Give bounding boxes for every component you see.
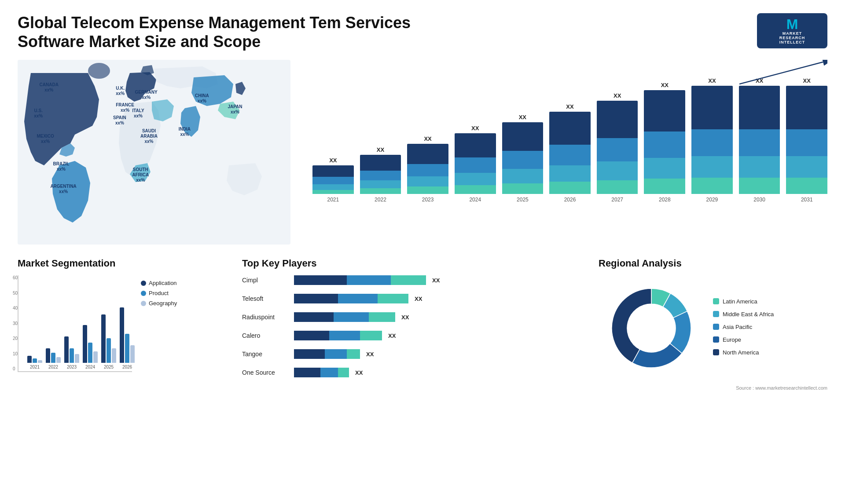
product-dot [141, 291, 146, 296]
seg-y-labels: 6050403020100 [12, 275, 18, 371]
player-row-calero: CaleroXX [242, 331, 585, 340]
seg-legend-application: Application [141, 280, 177, 286]
player-row-one-source: One SourceXX [242, 368, 585, 377]
regional-section: Regional Analysis Latin AmericaMiddle Ea… [599, 258, 827, 391]
map-label-argentina: ARGENTINA xx% [50, 184, 76, 194]
bar-stack-2029 [691, 86, 733, 194]
seg-group-2025: 2025 [101, 281, 116, 369]
logo-box: M MARKET RESEARCH INTELLECT [757, 13, 827, 48]
seg-legend: Application Product Geography [141, 280, 177, 307]
seg-legend-geography: Geography [141, 300, 177, 307]
map-label-uk: U.K. xx% [116, 86, 125, 96]
main-content: CANADA xx% U.S. xx% MEXICO xx% BRAZIL xx… [18, 60, 827, 391]
map-label-italy: ITALY xx% [132, 108, 144, 119]
segmentation-section: Market Segmentation 6050403020100 202120… [18, 258, 229, 391]
bar-year-2026: 2026 [564, 197, 576, 203]
map-label-china: CHINA xx% [195, 93, 209, 104]
bar-stack-2024 [455, 133, 496, 194]
seg-group-2026: 2026 [120, 281, 135, 369]
key-players-section: Top Key Players CimplXXTelesoftXXRadiusp… [242, 258, 585, 391]
bar-chart-container: XX2021XX2022XX2023XX2024XX2025XX2026XX20… [308, 64, 827, 214]
bar-year-2031: 2031 [801, 197, 813, 203]
bar-xx-2027: XX [614, 92, 621, 99]
bar-xx-2024: XX [471, 125, 479, 131]
map-label-brazil: BRAZIL xx% [53, 161, 70, 172]
player-row-telesoft: TelesoftXX [242, 294, 585, 303]
bar-stack-2025 [502, 122, 544, 194]
bar-stack-2031 [786, 86, 827, 194]
logo-line3: INTELLECT [779, 40, 805, 44]
bar-group-2025: XX2025 [502, 77, 544, 203]
application-dot [141, 281, 146, 286]
bar-stack-2022 [360, 155, 401, 194]
svg-point-1 [88, 63, 110, 79]
page-title: Global Telecom Expense Management Tem Se… [18, 13, 414, 51]
source-text: Source : www.marketresearchintellect.com [599, 385, 827, 391]
map-label-saudi: SAUDI ARABIA xx% [140, 128, 158, 144]
bar-year-2030: 2030 [753, 197, 765, 203]
regional-legend: Latin AmericaMiddle East & AfricaAsia Pa… [713, 298, 774, 358]
map-section: CANADA xx% U.S. xx% MEXICO xx% BRAZIL xx… [18, 60, 290, 245]
bar-xx-2021: XX [329, 157, 337, 164]
bar-group-2026: XX2026 [549, 77, 591, 203]
bar-group-2027: XX2027 [597, 77, 638, 203]
map-label-germany: GERMANY xx% [135, 90, 158, 100]
map-label-south-africa: SOUTH AFRICA xx% [132, 167, 149, 183]
bar-year-2021: 2021 [327, 197, 339, 203]
regional-title: Regional Analysis [599, 258, 827, 269]
world-map: CANADA xx% U.S. xx% MEXICO xx% BRAZIL xx… [18, 60, 290, 245]
svg-line-3 [739, 62, 823, 84]
map-svg [18, 60, 290, 245]
regional-legend-item-middle-east-&-africa: Middle East & Africa [713, 311, 774, 318]
bar-xx-2023: XX [424, 135, 431, 142]
player-row-cimpl: CimplXX [242, 275, 585, 285]
bar-chart-section: XX2021XX2022XX2023XX2024XX2025XX2026XX20… [299, 60, 827, 245]
bar-xx-2025: XX [519, 114, 526, 121]
bar-stack-2023 [407, 144, 448, 194]
player-name-1: Telesoft [242, 295, 290, 302]
segmentation-title: Market Segmentation [18, 258, 229, 269]
donut-wrap: Latin AmericaMiddle East & AfricaAsia Pa… [599, 275, 827, 381]
regional-legend-item-north-america: North America [713, 349, 774, 356]
seg-group-2022: 2022 [46, 281, 61, 369]
seg-bar-chart: 6050403020100 202120222023202420252026 [18, 275, 132, 372]
bar-year-2027: 2027 [611, 197, 623, 203]
bottom-sections: Market Segmentation 6050403020100 202120… [18, 258, 827, 391]
bar-xx-2029: XX [708, 77, 716, 84]
key-players-title: Top Key Players [242, 258, 585, 269]
bar-group-2023: XX2023 [407, 77, 448, 203]
map-label-spain: SPAIN xx% [113, 115, 126, 126]
bar-stack-2027 [597, 101, 638, 194]
bar-stack-2028 [644, 90, 685, 194]
application-label: Application [149, 280, 177, 286]
bar-group-2030: XX2030 [739, 77, 780, 203]
map-label-india: INDIA xx% [179, 127, 191, 137]
bar-year-2024: 2024 [469, 197, 481, 203]
logo-letter: M [786, 17, 798, 31]
player-name-0: Cimpl [242, 277, 290, 284]
bar-xx-2022: XX [377, 146, 384, 153]
bar-group-2031: XX2031 [786, 77, 827, 203]
geography-label: Geography [149, 300, 177, 307]
logo-line2: RESEARCH [779, 36, 805, 40]
bar-group-2029: XX2029 [691, 77, 733, 203]
trend-arrow-svg [739, 60, 827, 86]
players-list: CimplXXTelesoftXXRadiuspointXXCaleroXXTa… [242, 275, 585, 382]
player-name-2: Radiuspoint [242, 314, 290, 321]
bar-group-2021: XX2021 [312, 77, 354, 203]
bar-year-2029: 2029 [706, 197, 718, 203]
player-row-radiuspoint: RadiuspointXX [242, 312, 585, 322]
bar-xx-2026: XX [566, 103, 573, 110]
bar-year-2023: 2023 [422, 197, 434, 203]
bar-year-2025: 2025 [517, 197, 529, 203]
bar-group-2028: XX2028 [644, 77, 685, 203]
regional-legend-item-europe: Europe [713, 336, 774, 343]
seg-group-2023: 2023 [64, 281, 79, 369]
player-row-tangoe: TangoeXX [242, 349, 585, 359]
player-name-4: Tangoe [242, 351, 290, 358]
regional-legend-item-latin-america: Latin America [713, 298, 774, 305]
donut-segment-europe [632, 343, 682, 368]
map-label-canada: CANADA xx% [40, 82, 59, 93]
geography-dot [141, 301, 146, 306]
map-label-us: U.S. xx% [34, 108, 43, 119]
